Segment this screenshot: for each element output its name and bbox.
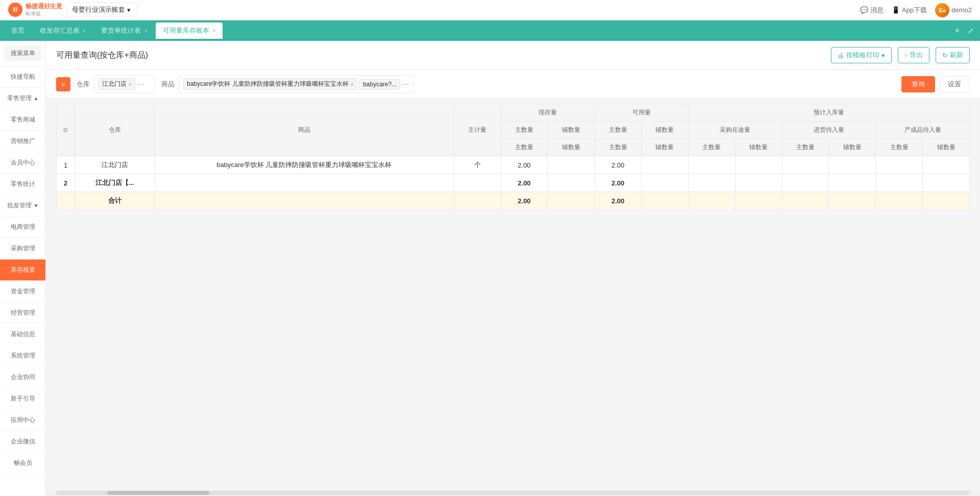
sidebar-item-retail-stats[interactable]: 零售统计 [0, 174, 45, 195]
template-print-btn[interactable]: 🖨 按模板打印 ▾ [831, 47, 892, 63]
message-btn[interactable]: 💬 消息 [860, 6, 884, 15]
sidebar-label-basic-info: 基础信息 [11, 330, 35, 339]
sidebar-item-finance[interactable]: 资金管理 [0, 281, 45, 302]
scroll-thumb[interactable] [107, 491, 209, 495]
sidebar-item-member[interactable]: 会员中心 [0, 152, 45, 174]
sidebar-item-wholesale[interactable]: 批发管理 ▼ [0, 195, 45, 217]
user-area[interactable]: Ea demo2 [935, 3, 972, 17]
logo-area: 好 畅捷通好生意 标准版 [8, 3, 62, 17]
avatar-text: Ea [939, 7, 946, 13]
sidebar-label-purchase: 采购管理 [11, 244, 35, 253]
sidebar-quick-nav-label[interactable]: 快捷导航 [4, 70, 41, 83]
row1-po-main [688, 156, 735, 174]
product-dots[interactable]: ··· [402, 80, 409, 89]
template-print-label: 按模板打印 [846, 51, 879, 60]
message-label: 消息 [870, 6, 884, 15]
tab-available-stock[interactable]: 可用量库存账本 × [156, 22, 223, 39]
row2-po-aux [735, 174, 782, 192]
footer-empty3 [454, 192, 501, 210]
tab-home[interactable]: 首页 [4, 22, 32, 39]
th-current-main: 主数量 [501, 122, 548, 139]
th-available-aux: 辅数量 [642, 122, 689, 139]
tab-available-stock-close[interactable]: × [212, 28, 215, 34]
filter-area: » 仓库 江北门店 × ··· 商品 babycare学饮杯 儿童防摔防撞吸管杯… [46, 70, 980, 99]
product-tag-2: babycare?... [359, 79, 400, 89]
export-btn[interactable]: ↑ 导出 [898, 47, 930, 63]
sidebar-item-marketing[interactable]: 营销推广 [0, 131, 45, 152]
row1-pp-aux [923, 156, 970, 174]
sidebar-item-operation[interactable]: 经营管理 [0, 302, 45, 324]
row1-index: 1 [57, 156, 75, 174]
sidebar-item-basic-info[interactable]: 基础信息 [0, 324, 45, 345]
th-po-aux: 辅数量 [735, 139, 782, 156]
column-settings-icon[interactable]: ⚙ [63, 127, 68, 134]
nav-close-all-btn[interactable]: × [953, 24, 962, 37]
sidebar-item-purchase[interactable]: 采购管理 [0, 238, 45, 259]
tab-order-stat[interactable]: 要货单统计表 × [94, 22, 154, 39]
row1-po-aux [735, 156, 782, 174]
product-tag-1-value: babycare学饮杯 儿童防摔防撞吸管杯重力球吸嘴杯宝宝水杯 [187, 80, 349, 88]
settings-btn[interactable]: 设置 [939, 76, 970, 92]
sidebar-label-finance: 资金管理 [11, 287, 35, 296]
sidebar-item-guide[interactable]: 新手引导 [0, 388, 45, 410]
sidebar-item-enterprise-wechat[interactable]: 企业微信 [0, 431, 45, 453]
refresh-btn[interactable]: ↻ 刷新 [936, 47, 970, 63]
footer-pp-aux [923, 192, 970, 210]
query-btn[interactable]: 查询 [901, 76, 935, 92]
sidebar-label-sys-mgmt: 系统管理 [11, 351, 35, 360]
sidebar-label-member-vip: 畅会员 [14, 459, 32, 467]
th-ip-main: 主数量 [782, 139, 829, 156]
nav-expand-btn[interactable]: ⤢ [966, 25, 976, 37]
tab-order-stat-close[interactable]: × [144, 28, 147, 34]
tab-collection[interactable]: 收发存汇总表 × [33, 22, 93, 39]
sidebar-item-member-vip[interactable]: 畅会员 [0, 453, 45, 474]
nav-tabs: 首页 收发存汇总表 × 要货单统计表 × 可用量库存账本 × × ⤢ [0, 20, 980, 41]
sidebar-item-sys-mgmt[interactable]: 系统管理 [0, 345, 45, 367]
sidebar-item-app-center[interactable]: 应用中心 [0, 410, 45, 431]
row2-current-main: 2.00 [501, 174, 548, 192]
product-tag-1-remove[interactable]: × [351, 81, 354, 87]
logo-sub: 标准版 [26, 10, 62, 17]
expand-icon: » [61, 80, 65, 88]
tab-collection-close[interactable]: × [83, 28, 86, 34]
row1-current-main: 2.00 [501, 156, 548, 174]
row2-pp-aux [923, 174, 970, 192]
sidebar-label-inventory: 库存核算 [11, 266, 35, 274]
industry-selector[interactable]: 母婴行业演示账套 ▾ [66, 3, 138, 17]
export-label: 导出 [910, 51, 923, 60]
th-production-pending: 产成品待入量 [876, 122, 970, 139]
sidebar-item-retail-mgmt[interactable]: 零售管理 ▲ [0, 88, 45, 109]
sidebar-item-inventory[interactable]: 库存核算 [0, 259, 45, 281]
sidebar-label-marketing: 营销推广 [11, 137, 35, 146]
footer-pp-main [876, 192, 923, 210]
row2-po-main [688, 174, 735, 192]
th-available-main: 主数量 [595, 122, 642, 139]
th-forecast-in: 预计入库量 [688, 104, 969, 122]
sidebar-item-retail-mall[interactable]: 零售商城 [0, 109, 45, 131]
sidebar-label-app-center: 应用中心 [11, 416, 35, 424]
row1-product: babycare学饮杯 儿童防摔防撞吸管杯重力球吸嘴杯宝宝水杯 [155, 156, 454, 174]
filter-expand-btn[interactable]: » [56, 77, 70, 91]
sidebar-search: 搜索菜单 [0, 41, 45, 66]
scroll-track[interactable] [56, 491, 970, 495]
warehouse-input[interactable]: 江北门店 × ··· [94, 75, 155, 93]
sidebar-label-retail-mall: 零售商城 [11, 115, 35, 124]
bottom-scroll [46, 490, 980, 496]
chevron-down-icon: ▾ [127, 6, 131, 14]
footer-empty2 [155, 192, 454, 210]
sidebar-label-retail-stats: 零售统计 [11, 180, 35, 188]
warehouse-dots[interactable]: ··· [137, 80, 144, 89]
app-download-btn[interactable]: 📱 App下载 [892, 6, 927, 15]
product-input[interactable]: babycare学饮杯 儿童防摔防撞吸管杯重力球吸嘴杯宝宝水杯 × babyca… [179, 75, 414, 93]
table-row-total: 合计 2.00 2.00 [57, 192, 970, 210]
warehouse-tag-remove[interactable]: × [129, 81, 132, 87]
sidebar-search-btn[interactable]: 搜索菜单 [4, 46, 41, 61]
sidebar-item-enterprise[interactable]: 企业协同 [0, 367, 45, 388]
sidebar-item-ecommerce[interactable]: 电商管理 [0, 217, 45, 238]
row1-unit: 个 [454, 156, 501, 174]
row2-ip-aux [829, 174, 876, 192]
row2-ip-main [782, 174, 829, 192]
footer-label: 合计 [75, 192, 155, 210]
th-po-main: 主数量 [688, 139, 735, 156]
tab-order-stat-label: 要货单统计表 [101, 26, 141, 35]
